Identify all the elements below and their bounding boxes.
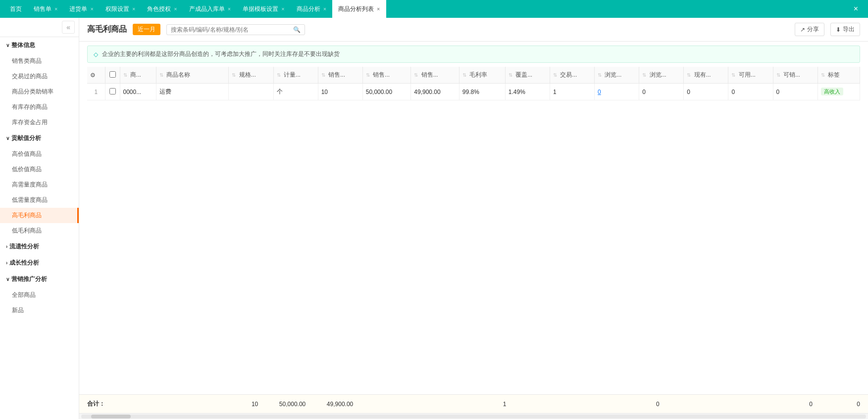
nav-permission-settings[interactable]: 权限设置 × xyxy=(100,0,141,18)
nav-template-settings[interactable]: 单据模板设置 × xyxy=(237,0,290,18)
scroll-track xyxy=(81,415,866,419)
close-product-inbound[interactable]: × xyxy=(228,6,231,12)
sales-qty: 10 xyxy=(318,84,362,100)
sidebar-section-yxtgfx[interactable]: ∨ 营销推广分析 xyxy=(0,271,79,287)
scroll-thumb[interactable] xyxy=(91,415,131,419)
sort-icon-unit: ⇅ xyxy=(277,72,281,78)
close-role-auth[interactable]: × xyxy=(174,6,177,12)
search-input[interactable] xyxy=(171,26,293,33)
col-name[interactable]: ⇅ 商品名称 xyxy=(156,67,229,84)
col-tag[interactable]: ⇅ 标签 xyxy=(817,67,860,84)
chevron-down-icon: ∨ xyxy=(6,43,9,48)
window-close-button[interactable]: × xyxy=(848,4,864,13)
close-product-analysis-list[interactable]: × xyxy=(377,6,380,12)
close-purchase-order[interactable]: × xyxy=(90,6,93,12)
close-permission-settings[interactable]: × xyxy=(132,6,135,12)
search-box: 🔍 xyxy=(166,24,305,35)
trans-count: 1 xyxy=(550,84,594,100)
sidebar-item-xp[interactable]: 新品 xyxy=(0,303,79,318)
close-template-settings[interactable]: × xyxy=(281,6,284,12)
nav-home[interactable]: 首页 xyxy=(4,0,28,18)
browse1[interactable]: 0 xyxy=(595,84,639,100)
footer-extra: 0 xyxy=(820,401,860,408)
nav-role-auth[interactable]: 角色授权 × xyxy=(141,0,183,18)
share-button[interactable]: ↗ 分享 xyxy=(795,23,824,36)
col-trans-count[interactable]: ⇅ 交易... xyxy=(550,67,594,84)
col-browse1[interactable]: ⇅ 浏览... xyxy=(595,67,639,84)
sort-icon-sqty: ⇅ xyxy=(321,72,325,78)
sidebar-item-qbsp[interactable]: 全部商品 xyxy=(0,287,79,303)
col-available-stock[interactable]: ⇅ 可用... xyxy=(728,67,773,84)
export-button[interactable]: ⬇ 导出 xyxy=(830,23,860,36)
sidebar-section-yxtgfx-items: 全部商品 新品 xyxy=(0,287,79,318)
current-stock: 0 xyxy=(684,84,728,100)
coverage: 1.49% xyxy=(505,84,550,100)
col-coverage[interactable]: ⇅ 覆盖... xyxy=(505,67,550,84)
col-browse2[interactable]: ⇅ 浏览... xyxy=(639,67,684,84)
footer-sales-amount: 50,000.00 xyxy=(266,401,306,408)
sidebar-item-kczj[interactable]: 库存资金占用 xyxy=(0,115,79,130)
col-sales-qty[interactable]: ⇅ 销售... xyxy=(318,67,362,84)
tag-badge: 高收入 xyxy=(821,88,843,95)
close-sales-order[interactable]: × xyxy=(54,6,57,12)
chevron-right-icon: › xyxy=(6,244,7,249)
col-checkbox[interactable] xyxy=(105,67,120,84)
horizontal-scrollbar[interactable] xyxy=(79,413,868,419)
sales-profit: 49,900.00 xyxy=(411,84,460,100)
sidebar-item-dmlisp[interactable]: 低毛利商品 xyxy=(0,223,79,238)
footer-sales-profit: 49,900.00 xyxy=(313,401,353,408)
sidebar-section-zhengti[interactable]: ∨ 整体信息 xyxy=(0,37,79,53)
sort-icon-spec: ⇅ xyxy=(232,72,236,78)
row-number: 1 xyxy=(87,84,105,100)
col-saleable-stock[interactable]: ⇅ 可销... xyxy=(773,67,817,84)
col-unit[interactable]: ⇅ 计量... xyxy=(273,67,318,84)
sidebar-section-llyxfx[interactable]: › 流遗性分析 xyxy=(0,238,79,255)
sort-icon-cov: ⇅ xyxy=(509,72,512,78)
sort-icon-ss: ⇅ xyxy=(776,72,780,78)
col-sales-amount[interactable]: ⇅ 销售... xyxy=(362,67,411,84)
sidebar-section-czfx[interactable]: ∨ 贡献值分析 xyxy=(0,130,79,146)
search-icon[interactable]: 🔍 xyxy=(293,26,301,33)
sidebar-collapse-button[interactable]: « xyxy=(62,21,75,34)
footer-browse1: 0 xyxy=(620,401,660,408)
col-sales-profit[interactable]: ⇅ 销售... xyxy=(411,67,460,84)
sidebar-item-spfz[interactable]: 商品分类助销率 xyxy=(0,84,79,99)
sidebar-item-xsls[interactable]: 销售类商品 xyxy=(0,53,79,69)
share-icon: ↗ xyxy=(800,26,805,33)
info-icon: ◇ xyxy=(94,51,98,58)
sidebar-item-djz[interactable]: 低价值商品 xyxy=(0,162,79,177)
sort-icon-sprofit: ⇅ xyxy=(414,72,418,78)
period-button[interactable]: 近一月 xyxy=(133,24,160,35)
sidebar-item-dyxlsp[interactable]: 低需量度商品 xyxy=(0,192,79,208)
content-header: 高毛利商品 近一月 🔍 ↗ 分享 ⬇ 导出 xyxy=(79,18,868,42)
close-product-analysis[interactable]: × xyxy=(323,6,326,12)
col-gross-margin[interactable]: ⇅ 毛利率 xyxy=(459,67,505,84)
select-all-checkbox[interactable] xyxy=(109,71,116,78)
table-footer: 合计： 10 50,000.00 49,900.00 1 0 0 0 xyxy=(79,394,868,413)
table-body: 1 0000... 运费 个 10 50,000.00 49,900.00 99… xyxy=(87,84,860,100)
col-spec[interactable]: ⇅ 规格... xyxy=(229,67,273,84)
top-navigation: 首页 销售单 × 进货单 × 权限设置 × 角色授权 × 产成品入库单 × 单据… xyxy=(0,0,868,18)
nav-purchase-order[interactable]: 进货单 × xyxy=(63,0,99,18)
gross-margin: 99.8% xyxy=(459,84,505,100)
sort-icon-tc: ⇅ xyxy=(553,72,557,78)
col-settings[interactable]: ⚙ xyxy=(87,67,105,84)
sidebar-section-czfx-items: 高价值商品 低价值商品 高需量度商品 低需量度商品 高毛利商品 低毛利商品 xyxy=(0,146,79,238)
product-code: 0000... xyxy=(120,84,156,100)
sidebar-item-gjz[interactable]: 高价值商品 xyxy=(0,146,79,162)
sidebar-item-gmlisp[interactable]: 高毛利商品 xyxy=(0,208,79,223)
col-current-stock[interactable]: ⇅ 现有... xyxy=(684,67,728,84)
chevron-down-icon-2: ∨ xyxy=(6,136,9,141)
nav-product-analysis-list[interactable]: 商品分析列表 × xyxy=(332,0,386,18)
nav-product-inbound[interactable]: 产成品入库单 × xyxy=(183,0,237,18)
nav-product-analysis[interactable]: 商品分析 × xyxy=(291,0,332,18)
row-checkbox[interactable] xyxy=(109,88,116,94)
sidebar-item-ykc[interactable]: 有库存的商品 xyxy=(0,99,79,115)
sort-icon-gm: ⇅ xyxy=(462,72,466,78)
sidebar-item-gyxlsp[interactable]: 高需量度商品 xyxy=(0,177,79,192)
col-code[interactable]: ⇅ 商... xyxy=(120,67,156,84)
sort-icon-cs: ⇅ xyxy=(687,72,691,78)
nav-sales-order[interactable]: 销售单 × xyxy=(28,0,63,18)
sidebar-item-jyg[interactable]: 交易过的商品 xyxy=(0,69,79,84)
sidebar-section-czxfx[interactable]: › 成长性分析 xyxy=(0,255,79,271)
